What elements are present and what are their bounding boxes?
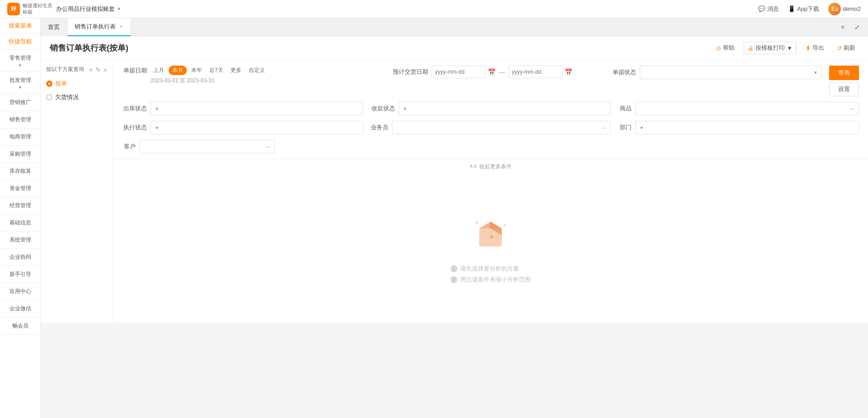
print-icon: 🖨: [748, 45, 754, 52]
breadcrumb-arrow-icon: ▼: [117, 6, 121, 11]
top-bar-right: 💬 消息 📱 App下载 Ea demo2: [758, 3, 861, 15]
user-avatar: Ea: [828, 3, 841, 15]
sidebar-item-member[interactable]: 畅会员: [0, 318, 40, 335]
goods-label: 商品: [618, 104, 632, 113]
plan-item-dan[interactable]: ● 按单: [41, 77, 113, 90]
refresh-button[interactable]: ↺ 刷新: [833, 42, 859, 54]
refresh-icon: ↺: [837, 45, 842, 52]
empty-hint-1: 1 请先选择要分析的方案: [450, 265, 531, 273]
main-filter-area: 单据日期 上月 本月 本年 近7天 更多 自定义: [113, 60, 868, 159]
sidebar-item-marketing[interactable]: 营销推广: [0, 94, 40, 111]
delivery-status-label: 出库状态: [122, 104, 147, 113]
breadcrumb-selector[interactable]: 办公用品行业模拟账套 ▼: [56, 5, 121, 13]
plan-item-qiankuan[interactable]: 欠货情况: [41, 90, 113, 104]
sidebar-item-ecommerce[interactable]: 电商管理: [0, 128, 40, 146]
customer-dots-icon: ···: [265, 143, 271, 150]
window-close-button[interactable]: ×: [837, 22, 848, 33]
content-area: 首页 销售订单执行表 × × ⤢ 销售订单执行表(按单) ⊙: [41, 18, 868, 418]
sidebar-item-basic[interactable]: 基础信息: [0, 214, 40, 232]
sidebar-item-operations[interactable]: 经营管理: [0, 197, 40, 214]
collection-status-dropdown[interactable]: ▼: [399, 102, 611, 115]
delivery-status-dropdown[interactable]: ▼: [151, 102, 363, 115]
dept-arrow-icon: ▼: [639, 125, 644, 130]
collapse-plan-button[interactable]: «: [104, 66, 107, 73]
help-button[interactable]: ⊙ 帮助: [712, 42, 738, 54]
help-icon: ⊙: [716, 45, 721, 52]
page-inner: 销售订单执行表(按单) ⊙ 帮助 🖨 按模板打印 ▼ ⬆: [41, 36, 868, 323]
tab-bar: 首页 销售订单执行表 × × ⤢: [41, 18, 868, 36]
settings-button[interactable]: 设置: [829, 82, 859, 96]
home-tab[interactable]: 首页: [41, 18, 67, 36]
user-menu-button[interactable]: Ea demo2: [828, 3, 861, 15]
export-button[interactable]: ⬆ 导出: [802, 42, 828, 54]
empty-state: ✦ ★ ★ · 1 请先选择要分析的方案: [113, 174, 868, 323]
logo-area: 好 畅捷通好生意 标版: [7, 3, 52, 15]
calendar-from-icon[interactable]: 📅: [488, 68, 495, 76]
calendar-to-icon[interactable]: 📅: [565, 68, 572, 76]
plan-sidebar-header: 按以下方案查询 + ✎ «: [41, 66, 113, 77]
execution-status-dropdown[interactable]: ▼: [151, 121, 363, 134]
plan-sidebar: 按以下方案查询 + ✎ « ● 按单: [41, 60, 113, 323]
active-tab[interactable]: 销售订单执行表 ×: [67, 18, 131, 36]
sidebar-item-sales[interactable]: 销售管理: [0, 111, 40, 128]
sidebar-item-wechat[interactable]: 企业微信: [0, 300, 40, 318]
svg-text:★: ★: [475, 220, 479, 225]
sidebar-item-purchase[interactable]: 采购管理: [0, 146, 40, 163]
sidebar-item-retail[interactable]: 零售管理 ▲: [0, 50, 40, 72]
top-bar: 好 畅捷通好生意 标版 办公用品行业模拟账套 ▼ 💬 消息 📱 App下载 Ea…: [0, 0, 868, 18]
date-range-display: 2023-03-01 至 2023-03-31: [151, 77, 214, 85]
status-dropdown[interactable]: ▼: [640, 66, 822, 79]
customer-field[interactable]: ···: [139, 140, 275, 153]
date-tab-7days[interactable]: 近7天: [207, 66, 226, 75]
collection-status-label: 收款状态: [370, 104, 395, 113]
date-tab-more[interactable]: 更多: [228, 66, 244, 75]
collection-status-arrow-icon: ▼: [403, 106, 407, 111]
sidebar-item-inventory[interactable]: 库存核算: [0, 163, 40, 180]
date-tab-current-year[interactable]: 本年: [189, 66, 205, 75]
sidebar-item-system[interactable]: 系统管理: [0, 232, 40, 249]
print-button[interactable]: 🖨 按模板打印 ▼: [744, 42, 797, 54]
message-button[interactable]: 💬 消息: [758, 5, 779, 13]
date-tab-custom[interactable]: 自定义: [246, 66, 268, 75]
export-icon: ⬆: [806, 45, 811, 52]
sidebar-item-appcenter[interactable]: 应用中心: [0, 283, 40, 300]
date-label: 单据日期: [122, 66, 147, 75]
expected-date-label: 预计交货日期: [393, 68, 428, 76]
date-from-input[interactable]: [432, 66, 486, 78]
tab-close-button[interactable]: ×: [118, 23, 123, 31]
date-to-input[interactable]: [509, 66, 563, 78]
collapse-bar[interactable]: ∧∧ 收起更多条件: [113, 159, 868, 174]
sidebar-nav-header[interactable]: 快捷导航: [0, 34, 40, 49]
expand-icon: ▲: [18, 62, 23, 67]
query-button[interactable]: 查询: [829, 66, 859, 80]
sidebar-search[interactable]: 搜索菜单: [0, 18, 40, 33]
content-with-sidebar: 按以下方案查询 + ✎ « ● 按单: [41, 60, 868, 323]
goods-field[interactable]: ···: [635, 102, 859, 115]
expand-icon-2: ▲: [18, 84, 23, 89]
page-content: 销售订单执行表(按单) ⊙ 帮助 🖨 按模板打印 ▼ ⬆: [41, 36, 868, 418]
logo-icon: 好: [7, 3, 20, 15]
logo-text: 畅捷通好生意 标版: [23, 3, 52, 14]
date-tab-current-month[interactable]: 本月: [169, 66, 187, 75]
edit-plan-button[interactable]: ✎: [95, 66, 101, 73]
sidebar-item-company[interactable]: 企业协同: [0, 249, 40, 266]
status-label: 单据状态: [611, 68, 636, 76]
date-tab-last-month[interactable]: 上月: [151, 66, 167, 75]
page-title: 销售订单执行表(按单): [50, 43, 128, 53]
window-max-button[interactable]: ⤢: [852, 22, 863, 33]
execution-status-arrow-icon: ▼: [155, 125, 159, 130]
sidebar-item-newbie[interactable]: 新手引导: [0, 266, 40, 283]
delivery-status-arrow-icon: ▼: [155, 106, 159, 111]
main-layout: 搜索菜单 快捷导航 零售管理 ▲ 批发管理 ▲ 营销推广 销售管理 电商管理 采…: [0, 18, 868, 418]
dept-dropdown[interactable]: ▼: [635, 121, 859, 134]
plan-sidebar-actions: + ✎ «: [89, 66, 107, 73]
sales-rep-label: 业务员: [370, 124, 388, 132]
sidebar-item-finance[interactable]: 资金管理: [0, 180, 40, 197]
empty-hints: 1 请先选择要分析的方案 2 用过滤条件来缩小分析范围: [450, 265, 531, 286]
sidebar-item-wholesale[interactable]: 批发管理 ▲: [0, 72, 40, 94]
dept-label: 部门: [618, 124, 632, 132]
app-download-button[interactable]: 📱 App下载: [788, 5, 819, 13]
sales-rep-field[interactable]: ···: [392, 121, 611, 134]
add-plan-button[interactable]: +: [89, 66, 93, 73]
date-tab-group: 上月 本月 本年 近7天 更多 自定义: [151, 66, 268, 75]
